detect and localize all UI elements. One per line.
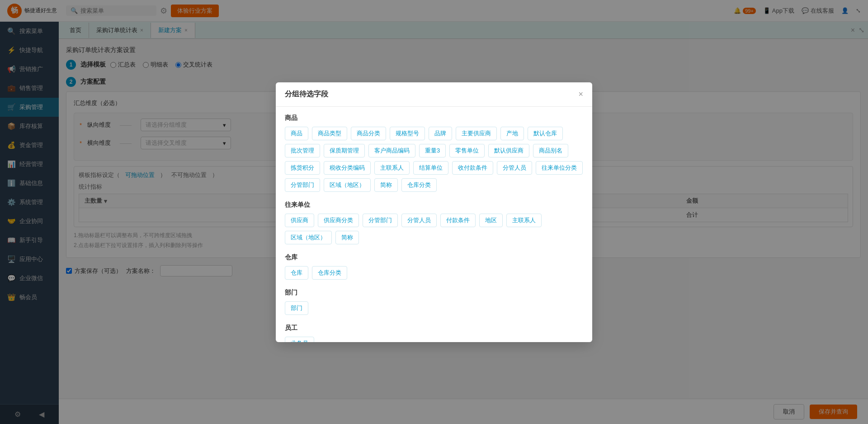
field-chip-1-4[interactable]: 付款条件 <box>440 214 476 227</box>
field-chip-0-6[interactable]: 产地 <box>500 127 524 140</box>
field-chip-0-5[interactable]: 主要供应商 <box>456 127 497 140</box>
field-chips-4: 业务员 <box>285 337 583 342</box>
field-chip-1-0[interactable]: 供应商 <box>285 214 314 227</box>
field-chip-1-6[interactable]: 主联系人 <box>506 214 542 227</box>
field-chip-0-19[interactable]: 收付款条件 <box>452 161 493 175</box>
field-chip-0-23[interactable]: 区域（地区） <box>324 178 371 192</box>
field-chip-2-0[interactable]: 仓库 <box>285 266 308 280</box>
field-chip-0-11[interactable]: 重量3 <box>419 144 446 157</box>
modal-overlay: 分组待选字段 × 商品商品商品类型商品分类规格型号品牌主要供应商产地默认仓库批次… <box>0 0 868 424</box>
field-chip-0-3[interactable]: 规格型号 <box>390 127 425 140</box>
field-chip-0-8[interactable]: 批次管理 <box>285 144 320 157</box>
field-chip-1-1[interactable]: 供应商分类 <box>318 214 359 227</box>
field-chip-0-1[interactable]: 商品类型 <box>312 127 347 140</box>
field-chip-0-10[interactable]: 客户商品编码 <box>368 144 415 157</box>
field-chip-0-4[interactable]: 品牌 <box>429 127 452 140</box>
field-chip-1-8[interactable]: 简称 <box>335 231 359 244</box>
field-chips-3: 部门 <box>285 301 583 315</box>
field-group-4: 员工业务员 <box>285 324 583 342</box>
field-chips-0: 商品商品类型商品分类规格型号品牌主要供应商产地默认仓库批次管理保质期管理客户商品… <box>285 127 583 192</box>
field-chip-0-14[interactable]: 商品别名 <box>533 144 568 157</box>
field-chip-0-0[interactable]: 商品 <box>285 127 308 140</box>
field-chip-4-0[interactable]: 业务员 <box>285 337 314 342</box>
field-chip-0-16[interactable]: 税收分类编码 <box>324 161 371 175</box>
field-chip-3-0[interactable]: 部门 <box>285 301 308 315</box>
field-group-title-2: 仓库 <box>285 253 583 262</box>
field-chips-1: 供应商供应商分类分管部门分管人员付款条件地区主联系人区域（地区）简称 <box>285 214 583 244</box>
field-group-title-4: 员工 <box>285 324 583 332</box>
field-chip-0-22[interactable]: 分管部门 <box>285 178 320 192</box>
field-group-2: 仓库仓库仓库分类 <box>285 253 583 280</box>
field-group-title-3: 部门 <box>285 289 583 297</box>
field-group-1: 往来单位供应商供应商分类分管部门分管人员付款条件地区主联系人区域（地区）简称 <box>285 201 583 244</box>
field-chips-2: 仓库仓库分类 <box>285 266 583 280</box>
field-group-title-1: 往来单位 <box>285 201 583 209</box>
modal-dialog: 分组待选字段 × 商品商品商品类型商品分类规格型号品牌主要供应商产地默认仓库批次… <box>276 82 592 342</box>
field-chip-0-12[interactable]: 零售单位 <box>449 144 485 157</box>
modal-title: 分组待选字段 <box>285 90 328 99</box>
field-chip-0-2[interactable]: 商品分类 <box>351 127 386 140</box>
field-chip-0-7[interactable]: 默认仓库 <box>528 127 563 140</box>
field-chip-1-2[interactable]: 分管部门 <box>363 214 398 227</box>
field-chip-1-3[interactable]: 分管人员 <box>401 214 437 227</box>
field-chip-0-25[interactable]: 仓库分类 <box>401 178 437 192</box>
field-group-title-0: 商品 <box>285 114 583 122</box>
modal-body: 商品商品商品类型商品分类规格型号品牌主要供应商产地默认仓库批次管理保质期管理客户… <box>276 107 592 342</box>
field-group-3: 部门部门 <box>285 289 583 315</box>
modal-header: 分组待选字段 × <box>276 82 592 107</box>
modal-close-btn[interactable]: × <box>578 90 583 99</box>
field-group-0: 商品商品商品类型商品分类规格型号品牌主要供应商产地默认仓库批次管理保质期管理客户… <box>285 114 583 192</box>
field-chip-0-17[interactable]: 主联系人 <box>374 161 410 175</box>
field-chip-0-24[interactable]: 简称 <box>374 178 398 192</box>
field-chip-1-7[interactable]: 区域（地区） <box>285 231 332 244</box>
field-chip-0-20[interactable]: 分管人员 <box>497 161 532 175</box>
field-chip-2-1[interactable]: 仓库分类 <box>312 266 347 280</box>
field-chip-0-9[interactable]: 保质期管理 <box>324 144 365 157</box>
field-chip-0-15[interactable]: 拣货积分 <box>285 161 320 175</box>
field-chip-0-13[interactable]: 默认供应商 <box>488 144 529 157</box>
field-chip-1-5[interactable]: 地区 <box>479 214 503 227</box>
field-chip-0-18[interactable]: 结算单位 <box>413 161 448 175</box>
field-chip-0-21[interactable]: 往来单位分类 <box>536 161 583 175</box>
